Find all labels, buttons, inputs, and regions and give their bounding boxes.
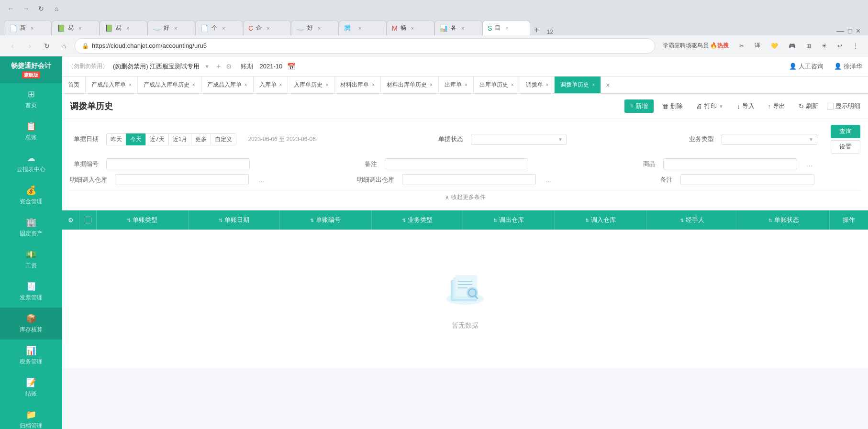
- new-tab-button[interactable]: +: [530, 25, 543, 35]
- th-handler[interactable]: ⇅ 经手人: [646, 210, 738, 230]
- remark2-input[interactable]: [680, 174, 814, 185]
- home-button[interactable]: ⌂: [50, 2, 63, 15]
- date-yesterday[interactable]: 昨天: [106, 133, 126, 145]
- nav-forward[interactable]: ›: [23, 39, 36, 53]
- sidebar-item-report[interactable]: ☁ 云报表中心: [0, 147, 62, 179]
- tab-inbound[interactable]: 入库单 ×: [254, 77, 289, 94]
- sidebar-item-close[interactable]: 📝 结账: [0, 372, 62, 404]
- grid-tool[interactable]: ⊞: [802, 41, 815, 51]
- back-button[interactable]: ←: [4, 2, 17, 15]
- th-doc-type[interactable]: ⇅ 单账类型: [97, 210, 189, 230]
- tab-close-icon[interactable]: ×: [465, 82, 467, 88]
- browser-tab-6[interactable]: C 企 ×: [243, 20, 291, 35]
- game-tool[interactable]: 🎮: [785, 41, 800, 51]
- translate-tool[interactable]: 译: [751, 40, 764, 52]
- theme-tool[interactable]: ☀: [818, 41, 831, 51]
- browser-tab-8[interactable]: 腾 ×: [339, 20, 387, 35]
- detail-in-input[interactable]: [115, 174, 249, 185]
- sidebar-item-wage[interactable]: 💵 工资: [0, 243, 62, 275]
- tab-close-icon[interactable]: ×: [192, 82, 195, 88]
- date-more[interactable]: 更多: [191, 133, 211, 145]
- th-gear[interactable]: ⚙: [62, 210, 79, 230]
- company-settings-icon[interactable]: ⚙: [226, 63, 232, 70]
- nav-back[interactable]: ‹: [6, 39, 19, 53]
- tab-product-inbound[interactable]: 产成品入库单 ×: [86, 77, 138, 94]
- sidebar-item-archive[interactable]: 📁 归档管理: [0, 404, 62, 429]
- detail-in-ellipsis[interactable]: …: [256, 176, 267, 184]
- goods-input[interactable]: [663, 158, 797, 169]
- browser-tab-10[interactable]: 📊 各 ×: [434, 20, 482, 35]
- browser-tab-9[interactable]: M 畅 ×: [387, 20, 434, 35]
- tab-close-icon[interactable]: ×: [430, 82, 433, 88]
- tab-home[interactable]: 首页: [62, 77, 86, 94]
- th-doc-date[interactable]: ⇅ 单账日期: [189, 210, 280, 230]
- th-doc-status[interactable]: ⇅ 单账状态: [738, 210, 830, 230]
- tab-material-outbound-history[interactable]: 材料出库单历史 ×: [381, 77, 439, 94]
- detail-out-ellipsis[interactable]: …: [544, 176, 554, 184]
- tab-close-icon[interactable]: ×: [511, 82, 514, 88]
- tab-close-active-icon[interactable]: ×: [592, 82, 595, 88]
- nav-home[interactable]: ⌂: [57, 39, 71, 53]
- wallet-tool[interactable]: 💛: [767, 41, 782, 51]
- th-in-warehouse[interactable]: ⇅ 调入仓库: [555, 210, 647, 230]
- date-custom[interactable]: 自定义: [211, 133, 236, 145]
- doc-num-input[interactable]: [106, 158, 250, 169]
- browser-tab-5[interactable]: 📄 个 ×: [195, 20, 243, 35]
- th-out-warehouse[interactable]: ⇅ 调出仓库: [463, 210, 555, 230]
- browser-tab-1[interactable]: 📄 新 ×: [4, 20, 52, 35]
- close-all-tabs[interactable]: ×: [601, 77, 614, 94]
- more-tool[interactable]: ⋮: [849, 41, 862, 51]
- tab-close-icon[interactable]: ×: [129, 82, 132, 88]
- sidebar-item-asset[interactable]: 🏢 固定资产: [0, 211, 62, 243]
- collapse-button[interactable]: ∧ 收起更多条件: [445, 193, 486, 201]
- calendar-icon[interactable]: 📅: [287, 63, 295, 70]
- remark-input[interactable]: [385, 158, 528, 169]
- sidebar-item-ledger[interactable]: 📋 总账: [0, 115, 62, 147]
- user-btn[interactable]: 👤 徐泽华: [834, 62, 862, 71]
- show-all-toggle[interactable]: 显示明细: [827, 102, 860, 110]
- date-today[interactable]: 今天: [126, 133, 145, 145]
- history-tool[interactable]: ↩: [834, 41, 846, 51]
- date-last7[interactable]: 近7天: [145, 133, 168, 145]
- browser-tab-4[interactable]: ☁️ 好 ×: [147, 20, 195, 35]
- company-dropdown[interactable]: ▼: [204, 64, 210, 69]
- tab-close-icon[interactable]: ×: [546, 82, 549, 88]
- import-btn[interactable]: ↓ 导入: [732, 100, 759, 112]
- sidebar-item-inventory[interactable]: 📦 库存核算: [0, 308, 62, 340]
- goods-ellipsis[interactable]: ...: [805, 160, 814, 168]
- show-all-checkbox[interactable]: [827, 103, 834, 110]
- sidebar-item-tax[interactable]: 📊 税务管理: [0, 340, 62, 372]
- address-bar[interactable]: 🔒 https://cloud.chanjet.com/accounting/u…: [75, 38, 655, 54]
- tab-outbound-history[interactable]: 出库单历史 ×: [474, 77, 520, 94]
- nav-refresh[interactable]: ↻: [40, 39, 54, 53]
- sidebar-item-invoice[interactable]: 🧾 发票管理: [0, 275, 62, 308]
- tab-close-icon[interactable]: ×: [372, 82, 375, 88]
- tab-close-icon[interactable]: ×: [245, 82, 247, 88]
- gear-icon[interactable]: ⚙: [68, 217, 74, 224]
- export-btn[interactable]: ↑ 导出: [763, 100, 790, 112]
- forward-button[interactable]: →: [19, 2, 33, 15]
- tab-close-icon[interactable]: ×: [325, 82, 328, 88]
- browser-tab-11[interactable]: S 目 ×: [482, 20, 530, 35]
- tab-close-icon[interactable]: ×: [279, 82, 282, 88]
- browser-tab-7[interactable]: ☁️ 好 ×: [291, 20, 339, 35]
- scissors-tool[interactable]: ✂: [735, 41, 748, 51]
- delete-btn[interactable]: 🗑 删除: [657, 100, 688, 112]
- browser-tab-2[interactable]: 📗 易 ×: [52, 20, 100, 35]
- sidebar-item-fund[interactable]: 💰 资金管理: [0, 179, 62, 211]
- status-select[interactable]: [471, 134, 567, 145]
- sidebar-item-home[interactable]: ⊞ 首页: [0, 83, 62, 115]
- print-dropdown-icon[interactable]: ▼: [719, 104, 723, 109]
- tab-product-inbound-history[interactable]: 产成品入库单历史 ×: [138, 77, 201, 94]
- th-biz-type[interactable]: ⇅ 业务类型: [372, 210, 464, 230]
- browser-tab-3[interactable]: 📗 易 ×: [100, 20, 147, 35]
- window-minimize[interactable]: —: [836, 27, 844, 35]
- new-btn[interactable]: + 新增: [624, 99, 654, 113]
- tab-inbound-history[interactable]: 入库单历史 ×: [288, 77, 334, 94]
- print-btn[interactable]: 🖨 打印 ▼: [691, 100, 728, 112]
- date-last-month[interactable]: 近1月: [168, 133, 191, 145]
- sidebar-logo[interactable]: 畅捷通好会计 旗舰版: [0, 56, 62, 83]
- th-check[interactable]: [79, 210, 97, 230]
- refresh-btn[interactable]: ↻ 刷新: [794, 100, 823, 112]
- th-doc-num[interactable]: ⇅ 单账编号: [280, 210, 372, 230]
